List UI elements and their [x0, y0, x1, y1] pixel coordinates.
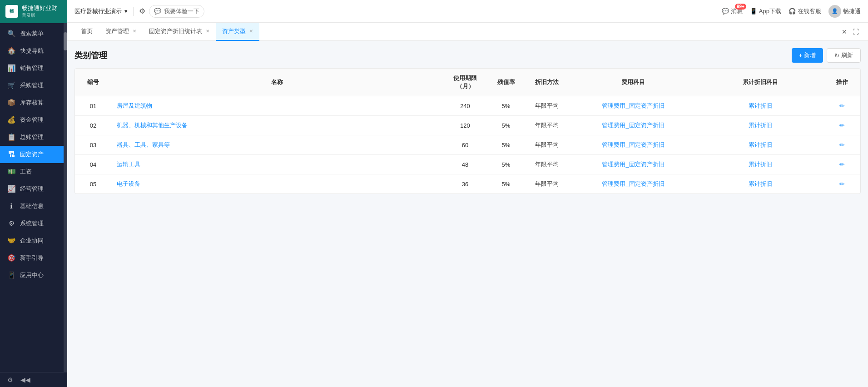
- cell-name-4[interactable]: 电子设备: [111, 174, 442, 194]
- sidebar-item-cooperation[interactable]: 🤝 企业协同: [0, 232, 64, 249]
- nav-icon-app-center: 📱: [7, 271, 15, 279]
- tab-asset-management[interactable]: 资产管理 ✕: [99, 23, 143, 41]
- experience-label: 我要体验一下: [164, 7, 199, 15]
- sidebar-item-ledger[interactable]: 📋 总账管理: [0, 129, 64, 146]
- expense-link-4[interactable]: 管理费用_固定资产折旧: [602, 180, 664, 187]
- edit-button-1[interactable]: ✏: [839, 122, 845, 129]
- name-link-3[interactable]: 运输工具: [117, 161, 140, 168]
- settings-footer-icon[interactable]: ⚙: [7, 376, 13, 383]
- sidebar-scrollbar-thumb: [64, 32, 67, 50]
- nav-label-search: 搜索菜单: [20, 30, 44, 38]
- cell-period-3: 48: [442, 155, 488, 174]
- cell-period-1: 120: [442, 116, 488, 135]
- messages-item[interactable]: 💬 消息 99+: [722, 7, 743, 15]
- sidebar-item-capital[interactable]: 💰 资金管理: [0, 111, 64, 129]
- topbar-left: 医疗器械行业演示 ▾ ⚙ 💬 我要体验一下: [74, 5, 716, 18]
- sidebar-header: 畅 畅捷通好业财 普及版: [0, 0, 67, 23]
- th-code: 编号: [75, 69, 111, 96]
- sidebar-item-sales[interactable]: 📊 销售管理: [0, 60, 64, 77]
- sidebar-scrollbar[interactable]: [64, 23, 67, 372]
- collapse-icon[interactable]: ◀◀: [20, 376, 30, 383]
- cell-code-1: 02: [75, 116, 111, 135]
- app-download-item[interactable]: 📱 App下载: [750, 7, 781, 15]
- nav-label-cooperation: 企业协同: [20, 237, 44, 245]
- sidebar-item-quicknav[interactable]: 🏠 快捷导航: [0, 42, 64, 60]
- workspace-selector[interactable]: 医疗器械行业演示 ▾: [74, 7, 128, 15]
- app-download-icon: 📱: [750, 8, 757, 15]
- tab-fixed-asset-depreciation[interactable]: 固定资产折旧统计表 ✕: [143, 23, 216, 41]
- cell-accum-0: 累计折旧: [697, 96, 824, 116]
- refresh-button[interactable]: ↻ 刷新: [827, 48, 861, 63]
- cell-name-1[interactable]: 机器、机械和其他生产设备: [111, 116, 442, 135]
- sidebar-item-guide[interactable]: 🎯 新手引导: [0, 249, 64, 267]
- nav-icon-payroll: 💵: [7, 168, 15, 176]
- name-link-4[interactable]: 电子设备: [117, 180, 140, 187]
- expense-link-2[interactable]: 管理费用_固定资产折旧: [602, 141, 664, 148]
- accum-link-3[interactable]: 累计折旧: [749, 161, 772, 168]
- cell-period-2: 60: [442, 135, 488, 155]
- sidebar-item-purchase[interactable]: 🛒 采购管理: [0, 77, 64, 94]
- online-service-label: 在线客服: [798, 7, 821, 15]
- edit-button-2[interactable]: ✏: [839, 141, 845, 149]
- user-item[interactable]: 👤 畅捷通: [828, 5, 861, 18]
- accum-link-0[interactable]: 累计折旧: [749, 102, 772, 109]
- tab-fixed-asset-depreciation-label: 固定资产折旧统计表: [149, 27, 202, 35]
- sidebar-item-basic-info[interactable]: ℹ 基础信息: [0, 198, 64, 215]
- header-actions: + 新增 ↻ 刷新: [792, 48, 861, 63]
- cell-method-1: 年限平均: [524, 116, 570, 135]
- sidebar-item-search[interactable]: 🔍 搜索菜单: [0, 25, 64, 42]
- cell-action-4: ✏: [824, 174, 860, 194]
- nav-icon-inventory: 📦: [7, 99, 15, 107]
- sidebar-item-inventory[interactable]: 📦 库存核算: [0, 94, 64, 111]
- nav-icon-guide: 🎯: [7, 254, 15, 262]
- topbar-settings-icon[interactable]: ⚙: [139, 7, 145, 15]
- nav-icon-system: ⚙: [7, 219, 15, 228]
- accum-link-2[interactable]: 累计折旧: [749, 141, 772, 148]
- expense-link-3[interactable]: 管理费用_固定资产折旧: [602, 161, 664, 168]
- expense-link-0[interactable]: 管理费用_固定资产折旧: [602, 102, 664, 109]
- accum-link-1[interactable]: 累计折旧: [749, 122, 772, 129]
- cell-action-3: ✏: [824, 155, 860, 174]
- sidebar-item-app-center[interactable]: 📱 应用中心: [0, 267, 64, 284]
- content-area: 类别管理 + 新增 ↻ 刷新 编号 名称 使用期限（月） 残值率 折旧方法: [67, 41, 868, 387]
- tab-asset-type-close[interactable]: ✕: [249, 29, 253, 34]
- experience-button[interactable]: 💬 我要体验一下: [149, 5, 204, 18]
- edit-button-4[interactable]: ✏: [839, 180, 845, 188]
- cell-name-3[interactable]: 运输工具: [111, 155, 442, 174]
- sidebar-item-operations[interactable]: 📈 经营管理: [0, 180, 64, 198]
- cell-expense-4: 管理费用_固定资产折旧: [570, 174, 697, 194]
- name-link-2[interactable]: 器具、工具、家具等: [117, 141, 170, 148]
- cell-accum-2: 累计折旧: [697, 135, 824, 155]
- messages-icon: 💬: [722, 8, 729, 15]
- online-service-item[interactable]: 🎧 在线客服: [789, 7, 821, 15]
- tab-asset-type[interactable]: 资产类型 ✕: [216, 23, 259, 41]
- tab-asset-management-close[interactable]: ✕: [133, 29, 136, 34]
- tab-close-all-icon[interactable]: ✕: [840, 26, 849, 37]
- cell-name-2[interactable]: 器具、工具、家具等: [111, 135, 442, 155]
- sidebar-item-fixed-assets[interactable]: 🏗 固定资产: [0, 146, 64, 163]
- cell-expense-1: 管理费用_固定资产折旧: [570, 116, 697, 135]
- cell-name-0[interactable]: 房屋及建筑物: [111, 96, 442, 116]
- table-body: 01 房屋及建筑物 240 5% 年限平均 管理费用_固定资产折旧 累计折旧 ✏…: [75, 96, 860, 194]
- tab-asset-type-label: 资产类型: [222, 27, 246, 35]
- add-button[interactable]: + 新增: [792, 48, 823, 63]
- name-link-0[interactable]: 房屋及建筑物: [117, 102, 152, 109]
- cell-code-0: 01: [75, 96, 111, 116]
- nav-icon-capital: 💰: [7, 116, 15, 124]
- accum-link-4[interactable]: 累计折旧: [749, 180, 772, 187]
- edit-button-3[interactable]: ✏: [839, 161, 845, 168]
- edit-button-0[interactable]: ✏: [839, 102, 845, 109]
- tab-fixed-asset-depreciation-close[interactable]: ✕: [206, 29, 209, 34]
- th-period: 使用期限（月）: [442, 69, 488, 96]
- tab-expand-icon[interactable]: ⛶: [851, 26, 861, 37]
- table: 编号 名称 使用期限（月） 残值率 折旧方法 费用科目 累计折旧科目 操作 01…: [75, 69, 860, 194]
- sidebar-item-payroll[interactable]: 💵 工资: [0, 163, 64, 180]
- expense-link-1[interactable]: 管理费用_固定资产折旧: [602, 122, 664, 129]
- name-link-1[interactable]: 机器、机械和其他生产设备: [117, 122, 188, 129]
- tab-home[interactable]: 首页: [74, 23, 99, 41]
- nav-icon-operations: 📈: [7, 185, 15, 193]
- workspace-dropdown-icon: ▾: [124, 8, 128, 15]
- th-name: 名称: [111, 69, 442, 96]
- nav-label-operations: 经营管理: [20, 185, 44, 193]
- sidebar-item-system[interactable]: ⚙ 系统管理: [0, 215, 64, 232]
